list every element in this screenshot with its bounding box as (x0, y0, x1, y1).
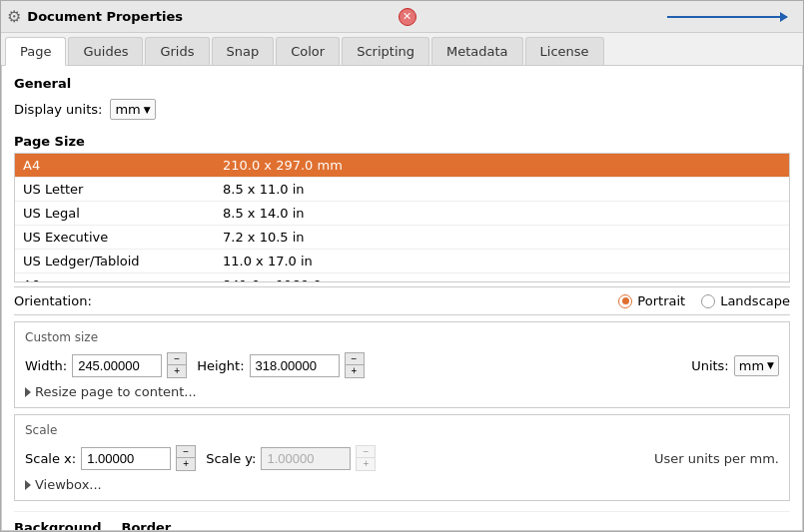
tab-scripting[interactable]: Scripting (342, 37, 429, 65)
tab-grids[interactable]: Grids (145, 37, 209, 65)
page-size-name-us-ledger: US Ledger/Tabloid (23, 254, 223, 268)
tab-snap[interactable]: Snap (212, 37, 275, 65)
height-increment-button[interactable]: + (346, 365, 364, 377)
scale-y-input (261, 447, 351, 470)
tab-bar: Page Guides Grids Snap Color Scripting M… (1, 33, 803, 66)
width-input[interactable] (72, 354, 162, 377)
height-label: Height: (197, 358, 244, 373)
tab-guides[interactable]: Guides (68, 37, 143, 65)
tab-color[interactable]: Color (276, 37, 340, 65)
units-select[interactable]: mm ▼ (734, 355, 779, 376)
height-decrement-button[interactable]: − (346, 353, 364, 365)
custom-size-row: Width: − + Height: − + Units: (25, 352, 779, 378)
display-units-value: mm (115, 102, 140, 117)
height-stepper[interactable]: − + (345, 352, 365, 378)
landscape-radio-circle[interactable] (701, 294, 715, 308)
custom-size-section: Custom size Width: − + Height: − + (14, 321, 790, 408)
scale-x-increment-button[interactable]: + (177, 458, 195, 470)
expand-icon (25, 387, 31, 397)
orientation-row: Orientation: Portrait Landscape (14, 286, 790, 315)
scale-title: Scale (25, 423, 779, 437)
page-size-dims-us-letter: 8.5 x 11.0 in (223, 182, 305, 197)
page-size-row-a4[interactable]: A4 210.0 x 297.0 mm (15, 154, 789, 178)
border-label: Border (122, 520, 172, 531)
window-icon: ⚙ (7, 7, 21, 26)
units-label: Units: (691, 358, 729, 373)
title-bar: ⚙ Document Properties ✕ (1, 1, 803, 33)
page-size-name-a4: A4 (23, 158, 223, 173)
scale-x-field-group: Scale x: − + (25, 445, 196, 471)
resize-label: Resize page to content... (35, 384, 197, 399)
page-size-row-us-executive[interactable]: US Executive 7.2 x 10.5 in (15, 226, 789, 250)
scale-y-stepper: − + (356, 445, 376, 471)
page-size-title: Page Size (14, 134, 790, 149)
units-chevron-down-icon: ▼ (767, 360, 774, 370)
page-size-name-us-executive: US Executive (23, 230, 223, 245)
display-units-label: Display units: (14, 102, 102, 117)
page-size-dims-us-executive: 7.2 x 10.5 in (223, 230, 305, 245)
landscape-radio[interactable]: Landscape (701, 293, 790, 308)
tab-license[interactable]: License (525, 37, 604, 65)
width-stepper[interactable]: − + (167, 352, 187, 378)
width-decrement-button[interactable]: − (168, 353, 186, 365)
units-field-group: Units: mm ▼ (691, 355, 779, 376)
viewbox-expand-icon (25, 480, 31, 490)
units-value: mm (739, 358, 764, 373)
page-size-name-a0: A0 (23, 277, 223, 282)
arrow-decoration (422, 16, 797, 18)
page-size-dims-us-legal: 8.5 x 14.0 in (223, 206, 305, 221)
tab-page[interactable]: Page (5, 37, 66, 66)
arrow-line (667, 16, 787, 18)
scale-x-decrement-button[interactable]: − (177, 446, 195, 458)
scale-x-input[interactable] (81, 447, 171, 470)
scale-x-stepper[interactable]: − + (176, 445, 196, 471)
resize-page-link[interactable]: Resize page to content... (25, 384, 779, 399)
page-size-name-us-letter: US Letter (23, 182, 223, 197)
width-field-group: Width: − + (25, 352, 187, 378)
window-title: Document Properties (27, 9, 392, 24)
custom-size-title: Custom size (25, 330, 779, 344)
width-label: Width: (25, 358, 67, 373)
portrait-radio[interactable]: Portrait (618, 293, 685, 308)
display-units-select[interactable]: mm ▼ (110, 99, 155, 120)
landscape-label: Landscape (720, 293, 790, 308)
bottom-section: Background Border (14, 511, 790, 531)
scale-y-label: Scale y: (206, 451, 256, 466)
scale-y-decrement-button: − (357, 446, 375, 458)
chevron-down-icon: ▼ (144, 105, 151, 115)
general-section-title: General (14, 76, 790, 91)
scale-section: Scale Scale x: − + Scale y: − + (14, 414, 790, 501)
page-size-dims-a0: 841.0 x 1189.0 mm (223, 277, 351, 282)
document-properties-window: ⚙ Document Properties ✕ Page Guides Grid… (0, 0, 804, 532)
scale-row: Scale x: − + Scale y: − + User units per (25, 445, 779, 471)
viewbox-label: Viewbox... (35, 477, 102, 492)
orientation-label: Orientation: (14, 293, 618, 308)
height-input[interactable] (250, 354, 340, 377)
scale-y-increment-button: + (357, 458, 375, 470)
page-size-name-us-legal: US Legal (23, 206, 223, 221)
page-size-row-us-legal[interactable]: US Legal 8.5 x 14.0 in (15, 202, 789, 226)
tab-metadata[interactable]: Metadata (431, 37, 523, 65)
user-units-label: User units per mm. (654, 451, 779, 466)
page-size-row-us-ledger[interactable]: US Ledger/Tabloid 11.0 x 17.0 in (15, 250, 789, 273)
orientation-radio-group: Portrait Landscape (618, 293, 790, 308)
page-size-section: Page Size A4 210.0 x 297.0 mm US Letter … (14, 134, 790, 282)
scale-y-field-group: Scale y: − + (206, 445, 376, 471)
page-size-row-us-letter[interactable]: US Letter 8.5 x 11.0 in (15, 178, 789, 202)
width-increment-button[interactable]: + (168, 365, 186, 377)
page-size-dims-us-ledger: 11.0 x 17.0 in (223, 254, 313, 268)
page-size-dims-a4: 210.0 x 297.0 mm (223, 158, 343, 173)
page-size-list[interactable]: A4 210.0 x 297.0 mm US Letter 8.5 x 11.0… (14, 153, 790, 282)
display-units-row: Display units: mm ▼ (14, 99, 790, 120)
background-label: Background (14, 520, 102, 531)
scale-x-label: Scale x: (25, 451, 76, 466)
portrait-radio-circle[interactable] (618, 294, 632, 308)
tab-content: General Display units: mm ▼ Page Size A4… (1, 66, 803, 531)
viewbox-link[interactable]: Viewbox... (25, 477, 779, 492)
page-size-row-a0[interactable]: A0 841.0 x 1189.0 mm (15, 273, 789, 282)
close-button[interactable]: ✕ (399, 8, 416, 26)
portrait-label: Portrait (637, 293, 685, 308)
height-field-group: Height: − + (197, 352, 364, 378)
